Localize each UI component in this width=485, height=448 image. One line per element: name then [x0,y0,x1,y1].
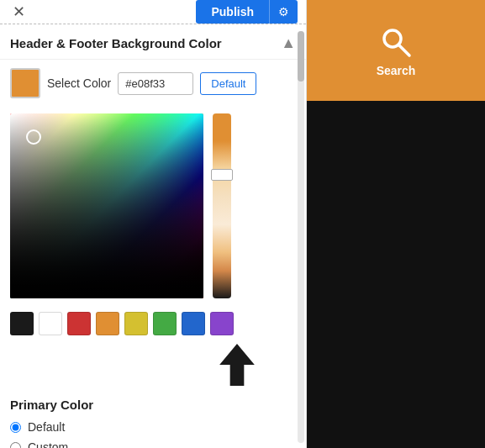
default-color-button[interactable]: Default [200,72,256,95]
radio-custom-label: Custom [28,440,68,448]
scrollbar-track [298,31,304,443]
primary-color-title: Primary Color [10,398,296,412]
color-select-row: Select Color Default [0,60,306,107]
svg-marker-0 [219,344,255,386]
scrollbar-thumb[interactable] [298,31,304,82]
hex-input[interactable] [118,72,193,95]
preset-color-orange[interactable] [96,312,119,335]
preview-header: Search [307,0,485,101]
gradient-overlay [10,113,203,298]
preset-color-green[interactable] [153,312,177,335]
preset-color-black[interactable] [10,312,34,335]
close-button[interactable]: ✕ [8,2,29,22]
gear-icon: ⚙ [278,5,289,18]
preset-color-red[interactable] [67,312,91,335]
search-icon [377,24,414,61]
select-color-label: Select Color [47,76,111,90]
close-icon: ✕ [13,3,25,21]
radio-default-row: Default [10,420,296,434]
preview-body [307,101,485,448]
search-label: Search [377,64,416,77]
gradient-white-overlay [10,113,203,298]
settings-button[interactable]: ⚙ [269,0,298,24]
hue-slider-track[interactable] [213,113,231,298]
color-picker-handle[interactable] [26,129,41,145]
radio-custom[interactable] [10,442,21,449]
top-bar: ✕ Publish ⚙ [0,0,306,24]
arrow-icon [216,344,258,386]
color-gradient-canvas[interactable] [10,113,203,298]
preset-color-yellow[interactable] [124,312,148,335]
preset-colors [0,305,306,345]
arrow-pointer-graphic [0,345,306,387]
preset-color-blue[interactable] [182,312,205,335]
section-title: Header & Footer Background Color ▲ [0,24,306,60]
radio-default-label: Default [28,420,65,434]
publish-button[interactable]: Publish [196,0,269,24]
search-icon-container [377,24,414,61]
radio-default[interactable] [10,422,21,433]
right-panel: Search [307,0,485,448]
section-title-text: Header & Footer Background Color [10,36,222,50]
scroll-up-icon[interactable]: ▲ [281,34,296,52]
preset-color-white[interactable] [39,312,62,335]
primary-color-section: Primary Color Default Custom [0,387,306,448]
hue-slider[interactable] [210,113,234,298]
hue-slider-handle[interactable] [211,169,233,181]
radio-custom-row: Custom [10,440,296,448]
gradient-black-overlay [10,113,203,298]
svg-line-2 [398,45,409,55]
color-picker-container [0,107,306,305]
preset-color-purple[interactable] [210,312,234,335]
color-swatch-button[interactable] [10,68,40,98]
publish-area: Publish ⚙ [196,0,298,24]
